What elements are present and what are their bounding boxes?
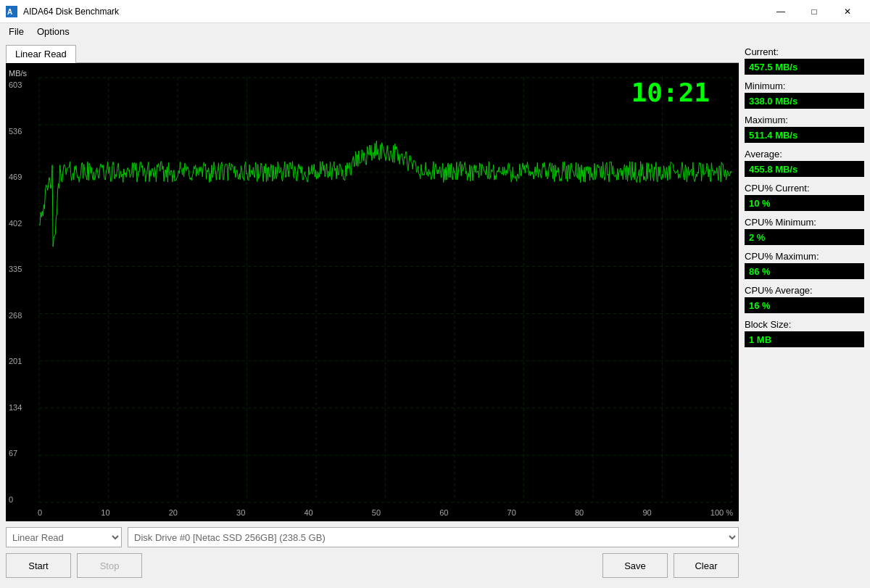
svg-text:A: A <box>7 8 12 16</box>
maximum-label: Maximum: <box>745 115 864 125</box>
stat-cpu-minimum: CPU% Minimum: 2 % <box>745 217 864 245</box>
maximum-value: 511.4 MB/s <box>745 127 864 143</box>
minimum-value: 338.0 MB/s <box>745 93 864 109</box>
maximize-button[interactable]: □ <box>798 0 831 23</box>
window-title: AIDA64 Disk Benchmark <box>23 7 119 17</box>
chart-container: MB/s 603 536 469 402 335 268 201 134 67 … <box>6 63 739 521</box>
bottom-controls-row1: Linear Read Disk Drive #0 [Netac SSD 256… <box>6 521 739 549</box>
stat-current: Current: 457.5 MB/s <box>745 46 864 75</box>
save-button[interactable]: Save <box>602 553 668 578</box>
current-value: 457.5 MB/s <box>745 59 864 75</box>
stop-button[interactable]: Stop <box>77 553 142 578</box>
menu-bar: File Options <box>0 23 870 39</box>
cpu-maximum-value: 86 % <box>745 263 864 279</box>
stat-cpu-average: CPU% Average: 16 % <box>745 285 864 313</box>
app-icon: A <box>6 6 17 17</box>
main-content: Linear Read MB/s 603 536 469 402 335 268… <box>0 39 870 588</box>
block-size-label: Block Size: <box>745 319 864 330</box>
current-label: Current: <box>745 46 864 57</box>
right-panel: Current: 457.5 MB/s Minimum: 338.0 MB/s … <box>745 45 864 582</box>
average-value: 455.8 MB/s <box>745 161 864 177</box>
stat-minimum: Minimum: 338.0 MB/s <box>745 80 864 109</box>
minimum-label: Minimum: <box>745 80 864 91</box>
left-panel: Linear Read MB/s 603 536 469 402 335 268… <box>6 45 739 582</box>
tab-bar: Linear Read <box>6 45 739 63</box>
cpu-average-label: CPU% Average: <box>745 285 864 296</box>
stat-cpu-current: CPU% Current: 10 % <box>745 183 864 211</box>
stat-block-size: Block Size: 1 MB <box>745 319 864 347</box>
cpu-maximum-label: CPU% Maximum: <box>745 251 864 262</box>
window-controls: — □ ✕ <box>764 0 864 23</box>
disk-dropdown[interactable]: Disk Drive #0 [Netac SSD 256GB] (238.5 G… <box>128 527 739 547</box>
cpu-current-value: 10 % <box>745 195 864 211</box>
cpu-minimum-label: CPU% Minimum: <box>745 217 864 228</box>
stat-average: Average: 455.8 MB/s <box>745 149 864 177</box>
test-type-dropdown[interactable]: Linear Read <box>6 527 122 547</box>
menu-file[interactable]: File <box>3 25 30 38</box>
stat-maximum: Maximum: 511.4 MB/s <box>745 115 864 143</box>
menu-options[interactable]: Options <box>31 25 75 38</box>
clear-button[interactable]: Clear <box>674 553 739 578</box>
stat-cpu-maximum: CPU% Maximum: 86 % <box>745 251 864 279</box>
block-size-value: 1 MB <box>745 331 864 347</box>
y-axis-label: MB/s <box>9 69 27 78</box>
benchmark-canvas <box>6 63 739 521</box>
start-button[interactable]: Start <box>6 553 71 578</box>
title-bar-left: A AIDA64 Disk Benchmark <box>6 6 119 17</box>
average-label: Average: <box>745 149 864 160</box>
bottom-buttons-row: Start Stop Save Clear <box>6 549 739 582</box>
tab-linear-read[interactable]: Linear Read <box>6 45 76 63</box>
chart-time: 10:21 <box>631 78 710 107</box>
close-button[interactable]: ✕ <box>831 0 864 23</box>
cpu-minimum-value: 2 % <box>745 229 864 245</box>
minimize-button[interactable]: — <box>764 0 798 23</box>
title-bar: A AIDA64 Disk Benchmark — □ ✕ <box>0 0 870 23</box>
cpu-average-value: 16 % <box>745 297 864 313</box>
cpu-current-label: CPU% Current: <box>745 183 864 194</box>
